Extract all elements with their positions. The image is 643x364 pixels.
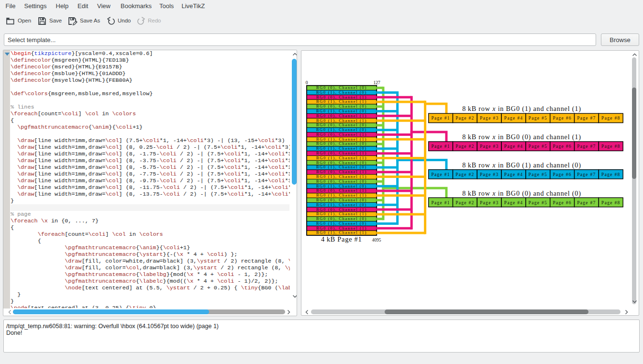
svg-text:BG0 (0), Channel (0): BG0 (0), Channel (0) (316, 104, 367, 109)
svg-text:BG0 (1), Channel (1): BG0 (1), Channel (1) (316, 193, 367, 198)
svg-text:BG0 (1), Channel (1): BG0 (1), Channel (1) (316, 212, 367, 216)
svg-text:BG0 (1), Channel (0): BG0 (1), Channel (0) (316, 90, 367, 95)
svg-text:8 kB row x in BG0 (0) and chan: 8 kB row x in BG0 (0) and channel (1) (462, 133, 581, 141)
svg-text:BG0 (0), Channel (0): BG0 (0), Channel (0) (316, 142, 367, 146)
svg-text:4095: 4095 (372, 238, 381, 243)
svg-text:Page #1: Page #1 (431, 144, 450, 149)
svg-text:BG0 (1), Channel (1): BG0 (1), Channel (1) (316, 119, 367, 123)
svg-text:4 kB Page #1: 4 kB Page #1 (321, 235, 362, 243)
svg-text:BG0 (0), Channel (1): BG0 (0), Channel (1) (316, 95, 367, 99)
svg-text:Page #7: Page #7 (577, 172, 596, 177)
svg-text:Page #1: Page #1 (431, 116, 450, 121)
svg-text:Page #1: Page #1 (431, 172, 450, 177)
svg-text:Page #3: Page #3 (480, 200, 499, 205)
svg-text:BG0 (1), Channel (0): BG0 (1), Channel (0) (316, 128, 367, 132)
svg-text:8 kB row x in BG0 (1) and chan: 8 kB row x in BG0 (1) and channel (0) (462, 161, 581, 169)
svg-text:BG0 (0), Channel (0): BG0 (0), Channel (0) (316, 217, 367, 221)
svg-text:Page #2: Page #2 (455, 144, 474, 149)
svg-text:Page #6: Page #6 (553, 116, 571, 121)
svg-text:BG0 (0), Channel (1): BG0 (0), Channel (1) (316, 151, 367, 155)
svg-text:BG0 (0), Channel (0): BG0 (0), Channel (0) (316, 123, 367, 127)
svg-text:BG0 (1), Channel (0): BG0 (1), Channel (0) (316, 184, 367, 188)
svg-text:Page #6: Page #6 (553, 200, 571, 205)
svg-text:Page #4: Page #4 (504, 116, 523, 121)
svg-text:Page #4: Page #4 (504, 200, 523, 205)
svg-text:Page #8: Page #8 (601, 116, 620, 121)
svg-text:Page #2: Page #2 (455, 116, 474, 121)
svg-text:BG0 (0), Channel (1): BG0 (0), Channel (1) (316, 226, 367, 231)
svg-text:BG0 (0), Channel (0): BG0 (0), Channel (0) (316, 198, 367, 202)
svg-text:BG0 (0), Channel (0): BG0 (0), Channel (0) (316, 179, 367, 184)
svg-text:BG0 (1), Channel (1): BG0 (1), Channel (1) (316, 175, 367, 179)
svg-text:Page #3: Page #3 (480, 172, 499, 177)
svg-text:Page #3: Page #3 (480, 116, 499, 121)
svg-text:Page #4: Page #4 (504, 172, 523, 177)
svg-text:Page #1: Page #1 (431, 200, 450, 205)
svg-text:Page #5: Page #5 (529, 116, 547, 121)
svg-text:Page #2: Page #2 (455, 172, 474, 177)
svg-text:8 kB row x in BG0 (1) and chan: 8 kB row x in BG0 (1) and channel (1) (462, 105, 581, 113)
svg-text:BG0 (0), Channel (1): BG0 (0), Channel (1) (316, 208, 367, 212)
svg-text:Page #7: Page #7 (577, 200, 596, 205)
svg-text:Page #5: Page #5 (529, 172, 547, 177)
svg-text:BG0 (1), Channel (1): BG0 (1), Channel (1) (316, 156, 367, 160)
svg-text:BG0 (1), Channel (1): BG0 (1), Channel (1) (316, 137, 367, 142)
svg-text:BG0 (0), Channel (0): BG0 (0), Channel (0) (316, 86, 367, 90)
svg-text:BG0 (0), Channel (1): BG0 (0), Channel (1) (316, 188, 367, 193)
svg-text:Page #8: Page #8 (601, 200, 620, 205)
svg-text:Page #5: Page #5 (529, 144, 547, 149)
svg-text:8 kB row x in BG0 (0) and chan: 8 kB row x in BG0 (0) and channel (0) (462, 189, 581, 198)
svg-text:0: 0 (306, 80, 308, 85)
svg-text:Page #4: Page #4 (504, 144, 523, 149)
svg-text:BG0 (1), Channel (0): BG0 (1), Channel (0) (316, 221, 367, 226)
svg-text:BG0 (1), Channel (0): BG0 (1), Channel (0) (316, 146, 367, 151)
svg-text:Page #6: Page #6 (553, 172, 571, 177)
svg-text:BG0 (1), Channel (1): BG0 (1), Channel (1) (316, 99, 367, 104)
svg-text:Page #5: Page #5 (529, 200, 547, 205)
svg-text:BG0 (1), Channel (1): BG0 (1), Channel (1) (316, 231, 367, 235)
svg-text:BG0 (1), Channel (0): BG0 (1), Channel (0) (316, 109, 367, 113)
svg-text:BG0 (0), Channel (1): BG0 (0), Channel (1) (316, 132, 367, 137)
svg-text:Page #3: Page #3 (480, 144, 499, 149)
svg-text:Page #7: Page #7 (577, 144, 596, 149)
svg-text:Page #2: Page #2 (455, 200, 474, 205)
svg-text:BG0 (1), Channel (0): BG0 (1), Channel (0) (316, 165, 367, 169)
svg-text:Page #8: Page #8 (601, 172, 620, 177)
svg-text:BG0 (0), Channel (1): BG0 (0), Channel (1) (316, 114, 367, 118)
svg-text:BG0 (1), Channel (0): BG0 (1), Channel (0) (316, 203, 367, 207)
svg-text:Page #7: Page #7 (577, 116, 596, 121)
svg-text:BG0 (0), Channel (1): BG0 (0), Channel (1) (316, 170, 367, 174)
svg-text:Page #6: Page #6 (553, 144, 571, 149)
svg-text:BG0 (0), Channel (0): BG0 (0), Channel (0) (316, 161, 367, 165)
svg-text:Page #8: Page #8 (601, 144, 620, 149)
svg-text:127: 127 (373, 80, 380, 85)
